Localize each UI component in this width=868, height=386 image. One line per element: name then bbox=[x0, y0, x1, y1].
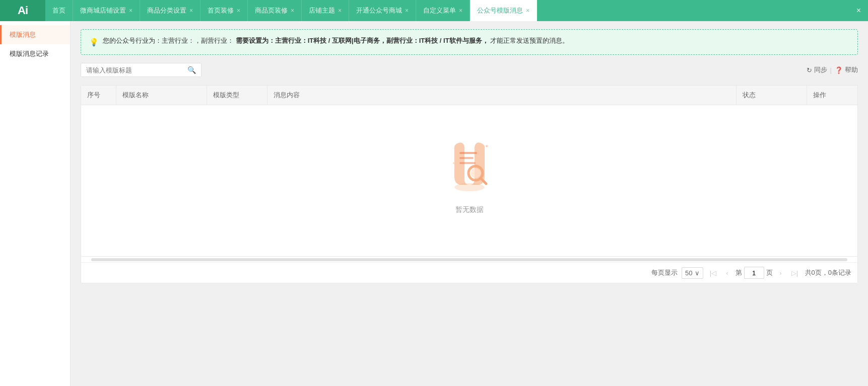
svg-rect-2 bbox=[459, 157, 474, 159]
help-icon: ❓ bbox=[835, 66, 843, 74]
nav-tab-6[interactable]: 开通公众号商城× bbox=[349, 0, 416, 21]
nav-tab-0[interactable]: 首页 bbox=[45, 0, 73, 21]
dropdown-icon: ∨ bbox=[695, 269, 700, 277]
main-layout: 模版消息模版消息记录 💡 您的公众号行业为：主营行业：，副营行业： 需要设置为：… bbox=[0, 21, 868, 386]
sync-button[interactable]: ↻ 同步 bbox=[807, 65, 827, 74]
table-column-5: 操作 bbox=[807, 86, 857, 105]
content-area: 💡 您的公众号行业为：主营行业：，副营行业： 需要设置为：主营行业：IT科技 /… bbox=[71, 21, 868, 386]
page-size-select[interactable]: 50 ∨ bbox=[682, 267, 703, 279]
close-tab-icon-8[interactable]: × bbox=[526, 7, 529, 14]
scroll-track[interactable] bbox=[91, 258, 847, 261]
scroll-bar-area[interactable] bbox=[81, 256, 857, 262]
empty-text: 暂无数据 bbox=[455, 205, 484, 214]
table-column-2: 模版类型 bbox=[207, 86, 268, 105]
search-input[interactable] bbox=[86, 66, 184, 74]
pagination: 每页显示 50 ∨ |◁ ‹ 第 页 › ▷| 共0页，0条记录 bbox=[81, 262, 857, 283]
nav-tab-3[interactable]: 首页装修× bbox=[201, 0, 248, 21]
svg-text:✦: ✦ bbox=[452, 161, 455, 166]
empty-illustration: ✦ ✦ bbox=[439, 137, 500, 197]
page-suffix-label: 页 bbox=[766, 268, 773, 277]
toolbar-right: ↻ 同步 | ❓ 帮助 bbox=[807, 65, 858, 74]
table-column-3: 消息内容 bbox=[268, 86, 737, 105]
help-label: 帮助 bbox=[845, 65, 858, 74]
notice-highlight: 需要设置为：主营行业：IT科技 / 互联网|电子商务，副营行业：IT科技 / I… bbox=[236, 37, 489, 44]
page-size-label: 每页显示 bbox=[651, 268, 678, 277]
close-tab-icon-1[interactable]: × bbox=[129, 7, 132, 14]
svg-text:✦: ✦ bbox=[485, 143, 489, 149]
nav-tab-1[interactable]: 微商城店铺设置× bbox=[73, 0, 140, 21]
last-page-button[interactable]: ▷| bbox=[789, 267, 801, 279]
sidebar-item-1[interactable]: 模版消息记录 bbox=[0, 44, 70, 63]
close-tab-icon-6[interactable]: × bbox=[405, 7, 409, 14]
table-column-0: 序号 bbox=[81, 86, 116, 105]
close-tab-icon-2[interactable]: × bbox=[189, 7, 193, 14]
svg-rect-1 bbox=[459, 152, 477, 154]
nav-tab-5[interactable]: 店铺主题× bbox=[302, 0, 349, 21]
svg-point-5 bbox=[471, 168, 481, 178]
page-nav: |◁ ‹ 第 页 › ▷| bbox=[707, 267, 801, 279]
page-prefix-label: 第 bbox=[736, 268, 742, 277]
nav-tab-7[interactable]: 自定义菜单× bbox=[416, 0, 470, 21]
table-header: 序号模版名称模版类型消息内容状态操作 bbox=[81, 86, 857, 105]
svg-rect-3 bbox=[459, 162, 476, 164]
prev-page-button[interactable]: ‹ bbox=[721, 267, 733, 279]
close-tab-icon-4[interactable]: × bbox=[291, 7, 294, 14]
first-page-button[interactable]: |◁ bbox=[707, 267, 719, 279]
notice-banner: 💡 您的公众号行业为：主营行业：，副营行业： 需要设置为：主营行业：IT科技 /… bbox=[81, 29, 858, 55]
total-label: 共0页，0条记录 bbox=[805, 268, 851, 277]
close-all-tabs-button[interactable]: × bbox=[849, 0, 868, 21]
nav-tab-2[interactable]: 商品分类设置× bbox=[140, 0, 201, 21]
data-table: 序号模版名称模版类型消息内容状态操作 bbox=[81, 85, 858, 283]
nav-tab-8[interactable]: 公众号模版消息× bbox=[470, 0, 537, 21]
sidebar-item-0[interactable]: 模版消息 bbox=[0, 25, 70, 44]
search-icon[interactable]: 🔍 bbox=[187, 66, 196, 74]
table-column-4: 状态 bbox=[737, 86, 807, 105]
toolbar: 🔍 ↻ 同步 | ❓ 帮助 bbox=[81, 63, 858, 77]
close-tab-icon-7[interactable]: × bbox=[459, 7, 462, 14]
nav-tabs: 首页微商城店铺设置×商品分类设置×首页装修×商品页装修×店铺主题×开通公众号商城… bbox=[45, 0, 849, 21]
divider: | bbox=[830, 66, 832, 74]
table-body: ✦ ✦ 暂无数据 bbox=[81, 105, 857, 256]
search-box: 🔍 bbox=[81, 63, 202, 77]
current-page-input[interactable] bbox=[744, 267, 764, 279]
help-button[interactable]: ❓ 帮助 bbox=[835, 65, 858, 74]
top-nav: Ai 首页微商城店铺设置×商品分类设置×首页装修×商品页装修×店铺主题×开通公众… bbox=[0, 0, 868, 21]
sync-icon: ↻ bbox=[807, 66, 812, 74]
table-column-1: 模版名称 bbox=[116, 86, 207, 105]
next-page-button[interactable]: › bbox=[775, 267, 787, 279]
nav-tab-4[interactable]: 商品页装修× bbox=[248, 0, 302, 21]
app-logo: Ai bbox=[0, 0, 45, 21]
close-tab-icon-5[interactable]: × bbox=[338, 7, 342, 14]
sync-label: 同步 bbox=[814, 65, 827, 74]
page-size-value: 50 bbox=[685, 269, 692, 277]
notice-icon: 💡 bbox=[89, 36, 99, 48]
notice-text: 您的公众号行业为：主营行业：，副营行业： 需要设置为：主营行业：IT科技 / 互… bbox=[103, 36, 569, 46]
sidebar: 模版消息模版消息记录 bbox=[0, 21, 71, 386]
close-tab-icon-3[interactable]: × bbox=[237, 7, 240, 14]
